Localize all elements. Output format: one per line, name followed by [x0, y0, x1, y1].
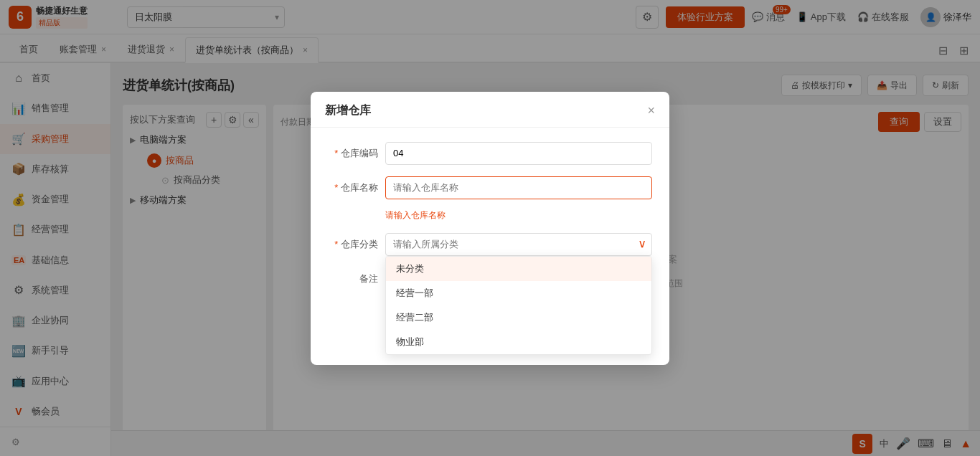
form-row-category: 仓库分类 ∧ 未分类 经营一部 经营二部 物业部 — [328, 233, 652, 256]
category-dropdown-wrap: ∧ 未分类 经营一部 经营二部 物业部 — [385, 233, 652, 256]
code-label: 仓库编码 — [328, 142, 378, 165]
form-row-name: 仓库名称 请输入仓库名称 — [328, 176, 652, 222]
name-error-message: 请输入仓库名称 — [385, 209, 652, 222]
dropdown-item-dept2[interactable]: 经营二部 — [386, 305, 651, 330]
new-warehouse-modal: 新增仓库 × 仓库编码 仓库名称 请输入仓库名称 仓库分类 — [311, 92, 669, 365]
remark-label: 备注 — [328, 267, 378, 290]
dropdown-item-uncat[interactable]: 未分类 — [386, 257, 651, 281]
modal-body: 仓库编码 仓库名称 请输入仓库名称 仓库分类 ∧ — [311, 128, 669, 316]
modal-header: 新增仓库 × — [311, 92, 669, 128]
dropdown-item-prop[interactable]: 物业部 — [386, 330, 651, 354]
form-row-name-inner: 仓库名称 — [328, 176, 652, 199]
code-input[interactable] — [385, 142, 652, 165]
name-error-wrap: 请输入仓库名称 — [328, 208, 652, 222]
category-input[interactable] — [385, 233, 652, 256]
form-row-code: 仓库编码 — [328, 142, 652, 165]
modal-overlay: 新增仓库 × 仓库编码 仓库名称 请输入仓库名称 仓库分类 — [0, 0, 980, 456]
dropdown-item-dept1[interactable]: 经营一部 — [386, 281, 651, 305]
modal-title: 新增仓库 — [325, 103, 371, 118]
modal-close-button[interactable]: × — [647, 103, 655, 118]
name-input[interactable] — [385, 176, 652, 199]
category-label: 仓库分类 — [328, 233, 378, 256]
name-label: 仓库名称 — [328, 176, 378, 199]
category-dropdown-list: 未分类 经营一部 经营二部 物业部 — [385, 256, 652, 355]
